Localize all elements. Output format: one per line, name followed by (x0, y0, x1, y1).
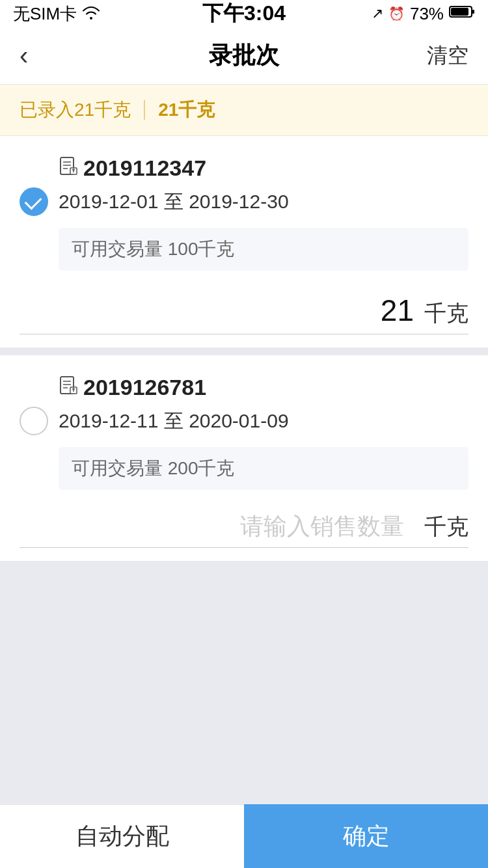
page-title: 录批次 (209, 40, 279, 72)
batch-date-row-1[interactable]: 2019-12-01 至 2019-12-30 (20, 187, 468, 216)
input-row-2: 千克 (0, 503, 488, 542)
recorded-label: 已录入21千克 (20, 98, 131, 122)
banner-divider (144, 100, 145, 120)
auto-distribute-button[interactable]: 自动分配 (0, 804, 244, 868)
avail-box-1: 可用交易量 100千克 (59, 228, 468, 271)
batch-doc-icon-2 (59, 375, 78, 400)
avail-text-1: 可用交易量 100千克 (72, 239, 235, 259)
avail-box-2: 可用交易量 200千克 (59, 447, 468, 490)
battery-icon (449, 5, 475, 23)
avail-text-2: 可用交易量 200千克 (72, 458, 235, 478)
status-bar: 无SIM卡 下午3:04 ↗ ⏰ 73% (0, 0, 488, 27)
clear-button[interactable]: 清空 (427, 42, 468, 70)
qty-value-1: 21 (381, 293, 414, 328)
nav-bar: ‹ 录批次 清空 (0, 27, 488, 85)
batch-date-2: 2019-12-11 至 2020-01-09 (59, 408, 289, 435)
status-left: 无SIM卡 (13, 3, 100, 25)
batch-id-row-2: 2019126781 (20, 375, 468, 400)
carrier-text: 无SIM卡 (13, 3, 77, 25)
qty-input-2[interactable] (20, 513, 414, 540)
info-banner: 已录入21千克 21千克 (0, 85, 488, 136)
input-unit-2: 千克 (424, 512, 468, 542)
batch-radio-1[interactable] (20, 187, 48, 216)
confirm-button[interactable]: 确定 (244, 804, 488, 868)
batch-card-1: 2019112347 2019-12-01 至 2019-12-30 可用交易量… (0, 136, 488, 347)
card-divider (0, 347, 488, 355)
qty-row-1: 21 千克 (0, 284, 488, 329)
wifi-icon (82, 4, 100, 24)
batch-radio-2[interactable] (20, 407, 48, 435)
batch-date-row-2[interactable]: 2019-12-11 至 2020-01-09 (20, 407, 468, 435)
location-icon: ↗ (372, 5, 383, 22)
batch-id-1: 2019112347 (83, 156, 206, 181)
time-display: 下午3:04 (202, 0, 286, 28)
batch-date-1: 2019-12-01 至 2019-12-30 (59, 189, 289, 215)
recorded-value: 21千克 (158, 98, 215, 122)
svg-rect-2 (451, 8, 468, 16)
qty-unit-1: 千克 (424, 299, 468, 329)
batch-id-2: 2019126781 (83, 375, 206, 400)
alarm-icon: ⏰ (388, 6, 405, 21)
batch-card-2: 2019126781 2019-12-11 至 2020-01-09 可用交易量… (0, 355, 488, 561)
svg-rect-1 (472, 10, 474, 14)
gray-area (0, 561, 488, 834)
batch-id-row-1: 2019112347 (20, 156, 468, 181)
bottom-bar: 自动分配 确定 (0, 804, 488, 868)
batch-doc-icon-1 (59, 156, 78, 180)
back-button[interactable]: ‹ (20, 41, 59, 70)
battery-text: 73% (410, 4, 444, 24)
main-content: 已录入21千克 21千克 2019112347 (0, 85, 488, 834)
status-right: ↗ ⏰ 73% (372, 4, 475, 24)
